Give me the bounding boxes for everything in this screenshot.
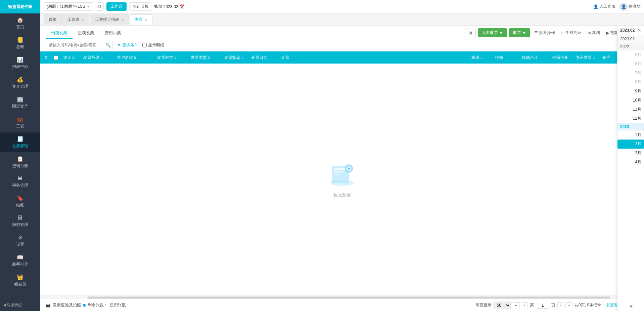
sidebar-item-archive[interactable]: 🗄 归档管理 xyxy=(0,211,40,231)
th-customer[interactable]: 客户名称 ⇅ xyxy=(116,55,156,61)
subtab-expense-receipt[interactable]: 费用小票 xyxy=(99,28,126,39)
th-voucher[interactable]: 凭证 ⇅ xyxy=(62,55,82,61)
th-invoice-status[interactable]: 发票状态 ⇅ xyxy=(223,55,250,61)
table-header: ⚙ 凭证 ⇅ 发票号码 ⇅ 客户名称 ⇅ 发票种类 ⇅ 发票类型 ⇅ xyxy=(40,51,644,64)
subtab-sales-invoice[interactable]: 销项发票 xyxy=(46,28,73,39)
footer-left: 📷 发票查验及拍照 剩余张数： 已用张数： xyxy=(46,302,130,308)
take-arrow-icon: ▼ xyxy=(522,31,526,35)
show-details-checkbox-label[interactable]: 显示明细 xyxy=(142,42,164,48)
period-collapse-btn[interactable]: ◀ xyxy=(617,301,644,311)
th-tax-rate-label: 税率 xyxy=(471,55,479,61)
grid-view-button[interactable]: ⊞ xyxy=(465,29,476,37)
home-icon: 🏠 xyxy=(17,17,24,23)
filter-icon: ▼ xyxy=(117,43,121,47)
user-menu[interactable]: 👤 徐溢华 xyxy=(619,3,641,11)
more-conditions-button[interactable]: ▼ 更多条件 xyxy=(117,42,138,48)
sidebar-item-assets[interactable]: 🏢 固定资产 xyxy=(0,93,40,113)
empty-text: 暂元数据 xyxy=(333,192,351,198)
period-month-feb[interactable]: 2月 xyxy=(617,140,644,149)
no-tax-button[interactable]: 无血取票 ▼ xyxy=(478,28,507,37)
th-amount[interactable]: 金额 xyxy=(280,55,470,61)
first-page-button[interactable]: « xyxy=(513,302,520,308)
sidebar-item-ledger[interactable]: 📒 总账 xyxy=(0,33,40,53)
prev-page-button[interactable]: ‹ xyxy=(522,302,528,308)
sidebar-item-home[interactable]: 🏠 首页 xyxy=(0,13,40,33)
sidebar-label-close: 结账 xyxy=(16,202,24,208)
period-month-jun[interactable]: 6月 xyxy=(617,60,644,69)
copy-button[interactable]: ⧉ xyxy=(96,2,104,11)
period-month-aug[interactable]: 8月 xyxy=(617,78,644,87)
period-month-mar[interactable]: 3月 xyxy=(617,149,644,158)
period-subheader-text: 2023.02 xyxy=(620,37,635,41)
period-month-apr[interactable]: 4月 xyxy=(617,158,644,167)
company-selector[interactable]: (勿删）江西股宝-LSS ▼ xyxy=(44,2,93,11)
th-settings[interactable]: ⚙ xyxy=(43,55,52,60)
tab-salary-report[interactable]: 工资统计报表 ✕ xyxy=(90,14,129,25)
tab-salary[interactable]: 工资表 ✕ xyxy=(62,14,89,25)
next-page-button[interactable]: › xyxy=(557,302,563,308)
sidebar-unpin[interactable]: ◀取消固定 xyxy=(0,300,40,311)
sidebar-item-tax[interactable]: 🏛 税务管理 xyxy=(0,172,40,192)
search-button[interactable]: 🔍 xyxy=(105,43,111,48)
new-button[interactable]: ⊕ 新增 xyxy=(586,28,602,37)
period-month-nov[interactable]: 11月 xyxy=(617,105,644,114)
th-e-invoice-sort-icon: ⇅ xyxy=(592,56,595,60)
search-input[interactable] xyxy=(46,41,113,49)
th-checkbox[interactable] xyxy=(52,55,62,60)
th-tax-rate[interactable]: 税率 ⇅ xyxy=(470,55,494,61)
sidebar-label-ledger: 总账 xyxy=(16,44,24,50)
th-invoice-type[interactable]: 发票种类 ⇅ xyxy=(156,55,189,61)
tab-salary-report-close[interactable]: ✕ xyxy=(121,18,124,22)
period-month-jul[interactable]: 7月 xyxy=(617,69,644,78)
batch-op-button[interactable]: ☰ 批量操作 xyxy=(532,28,557,37)
sidebar-item-salary[interactable]: 💼 工资 xyxy=(0,113,40,132)
period-month-may[interactable]: 5月 xyxy=(617,50,644,60)
switch-version-button[interactable]: 切到旧版 xyxy=(129,2,151,11)
th-invoice-cat[interactable]: 发票类型 ⇅ xyxy=(189,55,223,61)
page-input[interactable] xyxy=(536,302,549,309)
th-tax[interactable]: 税额 xyxy=(494,55,520,61)
th-date[interactable]: 开票日期 xyxy=(250,55,280,61)
horizontal-scrollbar[interactable] xyxy=(87,297,610,299)
sidebar-item-close[interactable]: 🔖 结账 xyxy=(0,192,40,211)
period-month-dec[interactable]: 12月 xyxy=(617,114,644,123)
verify-label: 发票查验及拍照 xyxy=(53,302,81,308)
tab-invoice-close[interactable]: ✕ xyxy=(145,18,147,22)
gen-voucher-button[interactable]: ↩ 生成凭证 xyxy=(559,28,584,37)
tab-invoice[interactable]: 发票 ✕ xyxy=(130,14,152,25)
sidebar-item-reports[interactable]: 📊 报表中心 xyxy=(0,53,40,73)
per-page-label: 每页显示 xyxy=(475,302,492,308)
support-button[interactable]: 👤 人工客服 xyxy=(593,4,615,9)
period-panel-close-btn[interactable]: ✕ xyxy=(637,28,641,33)
th-invoice-no[interactable]: 发票号码 ⇅ xyxy=(82,55,116,61)
sidebar-item-guide[interactable]: 📖 新手引导 xyxy=(0,251,40,271)
per-page-select[interactable]: 50 100 200 xyxy=(494,302,511,309)
sidebar-item-sales[interactable]: 📋 进销台账 xyxy=(0,152,40,172)
sidebar-label-finance: 资金管理 xyxy=(12,84,28,89)
th-tax-total[interactable]: 税额合计 xyxy=(520,55,551,61)
sidebar-item-member[interactable]: 👑 畅会员 xyxy=(0,271,40,290)
period-month-jan[interactable]: 1月 xyxy=(617,130,644,140)
reports-icon: 📊 xyxy=(17,56,24,63)
take-invoice-button[interactable]: 取票 ▼ xyxy=(509,28,530,37)
subtab-purchase-invoice[interactable]: 进项发票 xyxy=(73,28,99,39)
sidebar-item-finance[interactable]: 💰 资金管理 xyxy=(0,73,40,93)
sidebar-item-invoice[interactable]: 🧾 发票管理 xyxy=(0,132,40,152)
period-month-sep[interactable]: 9月 xyxy=(617,87,644,96)
pagination: 每页显示 50 100 200 « ‹ 第 页 › » 共0页, 0条记录 xyxy=(475,302,601,309)
page-unit: 页 xyxy=(551,302,555,308)
tab-home[interactable]: 首页 xyxy=(44,14,62,25)
select-all-checkbox[interactable] xyxy=(54,55,58,60)
tax-icon: 🏛 xyxy=(17,176,23,182)
year-curr-label: 2023 xyxy=(617,123,644,130)
th-e-invoice[interactable]: 电子发票 ⇅ xyxy=(574,55,601,61)
period-month-oct[interactable]: 10月 xyxy=(617,96,644,105)
last-page-button[interactable]: » xyxy=(565,302,572,308)
tab-home-label: 首页 xyxy=(49,17,57,23)
company-name: (勿删）江西股宝-LSS xyxy=(47,4,85,9)
show-details-checkbox[interactable] xyxy=(142,43,147,47)
sidebar-item-settings[interactable]: ⚙ 设置 xyxy=(0,231,40,251)
workbench-button[interactable]: 工作台 xyxy=(106,2,127,11)
th-tax-code[interactable]: 税局代开 xyxy=(551,55,574,61)
tab-salary-close[interactable]: ✕ xyxy=(82,18,84,22)
